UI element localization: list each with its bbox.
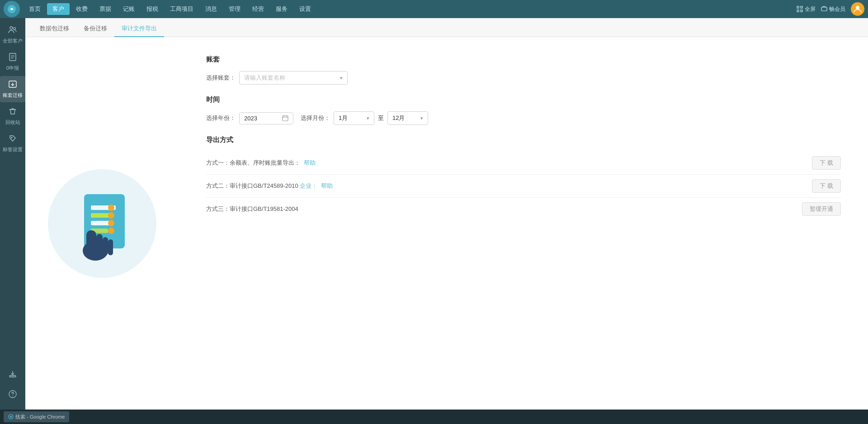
avatar[interactable]	[851, 2, 864, 16]
export-section-title: 导出方式	[206, 136, 841, 144]
svg-rect-2	[801, 6, 802, 8]
year-input[interactable]: 2023	[239, 112, 293, 124]
export-method-1-row: 方式一：余额表、序时账批量导出： 帮助 下 载	[206, 152, 841, 175]
time-separator: 至	[378, 114, 384, 122]
sidebar: 全部客户 0申报 账套迁移 回收站 标签设置	[0, 18, 25, 410]
top-nav: 首页 客户 收费 票据 记账 报税 工商项目 消息 管理 经营 服务 设置 全屏…	[0, 0, 868, 18]
nav-invoice[interactable]: 票据	[94, 3, 117, 15]
nav-fee[interactable]: 收费	[71, 3, 93, 15]
month-end-select[interactable]: 12月 ▾	[387, 111, 428, 125]
sidebar-item-label-settings[interactable]: 标签设置	[0, 130, 25, 157]
sidebar-all-customers-label: 全部客户	[3, 38, 23, 44]
svg-rect-28	[108, 239, 113, 255]
month-start-value: 1月	[339, 114, 365, 122]
member-label: 畅会员	[829, 5, 845, 13]
sidebar-bottom	[6, 366, 19, 410]
nav-operation[interactable]: 经营	[247, 3, 269, 15]
taskbar: 线索 - Google Chrome	[0, 410, 868, 424]
account-select[interactable]: 请输入账套名称 ▾	[239, 71, 348, 85]
nav-service[interactable]: 服务	[270, 3, 293, 15]
fullscreen-button[interactable]: 全屏	[797, 5, 816, 13]
customers-icon	[8, 25, 17, 37]
sidebar-recycle-label: 回收站	[5, 119, 20, 126]
svg-rect-29	[283, 116, 288, 121]
account-section-title: 账套	[206, 55, 841, 64]
nav-business[interactable]: 工商项目	[165, 3, 199, 15]
sidebar-label-settings-label: 标签设置	[3, 146, 23, 153]
nav-customer[interactable]: 客户	[47, 3, 70, 15]
nav-bookkeeping[interactable]: 记账	[118, 3, 140, 15]
illustration-area	[25, 37, 179, 410]
svg-rect-3	[797, 10, 799, 12]
export-method-2-help[interactable]: 帮助	[321, 182, 333, 189]
chevron-down-icon: ▾	[340, 75, 343, 81]
tab-audit-export[interactable]: 审计文件导出	[114, 21, 164, 37]
account-form-row: 选择账套： 请输入账套名称 ▾	[206, 71, 841, 85]
svg-rect-26	[96, 234, 103, 256]
calendar-icon	[282, 115, 288, 121]
export-method-1-download-button[interactable]: 下 载	[812, 156, 841, 170]
month-select-label: 选择月份：	[301, 114, 330, 122]
svg-point-14	[12, 395, 13, 396]
tab-data-migration[interactable]: 数据包迁移	[33, 21, 76, 37]
month-end-arrow-icon: ▾	[420, 115, 423, 121]
logo	[4, 1, 20, 17]
sidebar-item-zero-declare[interactable]: 0申报	[0, 49, 25, 75]
year-value: 2023	[244, 115, 279, 122]
content-area: 数据包迁移 备份迁移 审计文件导出	[25, 18, 868, 410]
top-nav-right: 全屏 畅会员	[797, 2, 864, 16]
member-button[interactable]: 畅会员	[821, 5, 845, 13]
export-method-2-row: 方式二：审计接口GB/T24589-2010 企业： 帮助 下 载	[206, 175, 841, 198]
time-section-title: 时间	[206, 95, 841, 104]
sidebar-help[interactable]	[6, 386, 19, 402]
nav-tax[interactable]: 报税	[141, 3, 164, 15]
export-method-3-row: 方式三：审计接口GB/T19581-2004 暂缓开通	[206, 198, 841, 220]
svg-rect-1	[797, 6, 799, 8]
svg-rect-12	[9, 376, 16, 377]
export-method-1-label: 方式一：余额表、序时账批量导出： 帮助	[206, 159, 316, 167]
label-icon	[8, 134, 17, 145]
export-method-2-text: 方式二：审计接口GB/T24589-2010	[206, 182, 298, 189]
sidebar-download[interactable]	[6, 366, 19, 382]
svg-point-8	[14, 28, 16, 30]
sidebar-item-account-migration[interactable]: 账套迁移	[0, 76, 25, 102]
sidebar-zero-declare-label: 0申报	[6, 65, 19, 71]
account-select-label: 选择账套：	[206, 74, 236, 82]
page-content: 账套 选择账套： 请输入账套名称 ▾ 时间 选择年份： 2023	[25, 37, 868, 410]
svg-rect-25	[86, 230, 96, 255]
svg-point-11	[11, 137, 13, 138]
nav-manage[interactable]: 管理	[223, 3, 246, 15]
nav-settings[interactable]: 设置	[294, 3, 316, 15]
export-method-3-label: 方式三：审计接口GB/T19581-2004	[206, 205, 298, 213]
sidebar-item-recycle[interactable]: 回收站	[0, 103, 25, 129]
export-method-2-label: 方式二：审计接口GB/T24589-2010 企业： 帮助	[206, 182, 333, 190]
declare-icon	[8, 52, 17, 64]
export-method-2-company: 企业：	[300, 182, 317, 189]
taskbar-chrome-item[interactable]: 线索 - Google Chrome	[4, 411, 69, 422]
year-select-label: 选择年份：	[206, 114, 236, 122]
month-start-arrow-icon: ▾	[367, 115, 369, 121]
svg-point-20	[108, 205, 114, 211]
export-method-2-download-button[interactable]: 下 载	[812, 179, 841, 193]
nav-message[interactable]: 消息	[200, 3, 222, 15]
svg-point-7	[10, 27, 13, 29]
tab-backup-migration[interactable]: 备份迁移	[76, 21, 114, 37]
time-form-row: 选择年份： 2023 选择月份： 1月 ▾ 至 12月 ▾	[206, 111, 841, 125]
nav-items: 首页 客户 收费 票据 记账 报税 工商项目 消息 管理 经营 服务 设置	[24, 3, 797, 15]
svg-point-6	[856, 6, 859, 10]
taskbar-chrome-label: 线索 - Google Chrome	[15, 414, 65, 420]
sidebar-item-all-customers[interactable]: 全部客户	[0, 22, 25, 48]
tab-bar: 数据包迁移 备份迁移 审计文件导出	[25, 18, 868, 37]
recycle-icon	[8, 107, 17, 118]
nav-home[interactable]: 首页	[24, 3, 46, 15]
account-select-placeholder: 请输入账套名称	[244, 74, 338, 82]
svg-point-31	[10, 416, 12, 418]
illustration-circle	[48, 169, 156, 278]
svg-rect-5	[821, 7, 827, 11]
export-method-1-help[interactable]: 帮助	[304, 159, 316, 166]
main-layout: 全部客户 0申报 账套迁移 回收站 标签设置	[0, 18, 868, 410]
sidebar-migration-label: 账套迁移	[3, 92, 23, 99]
export-method-1-text: 方式一：余额表、序时账批量导出：	[206, 159, 300, 166]
export-method-3-vip-button[interactable]: 暂缓开通	[802, 202, 841, 216]
month-start-select[interactable]: 1月 ▾	[334, 111, 374, 125]
